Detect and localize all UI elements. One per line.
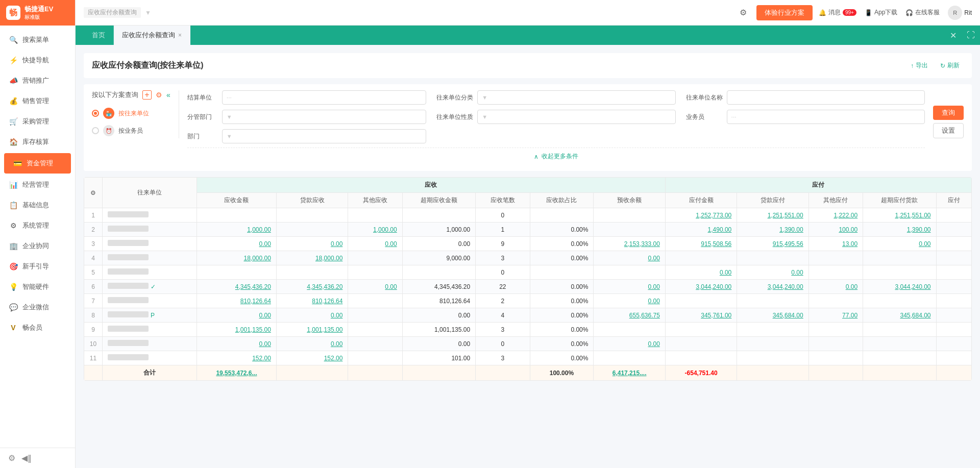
sidebar-item-operations[interactable]: 📊 经营管理 bbox=[0, 175, 75, 195]
table-cell[interactable]: 0.00 bbox=[276, 308, 348, 323]
table-cell[interactable]: 0.00 bbox=[594, 337, 665, 351]
table-cell[interactable]: 0.00 bbox=[665, 265, 737, 280]
sidebar-item-marketing[interactable]: 📣 营销推广 bbox=[0, 70, 75, 91]
sidebar-item-sales[interactable]: 💰 销售管理 bbox=[0, 91, 75, 111]
sidebar-item-purchase[interactable]: 🛒 采购管理 bbox=[0, 111, 75, 132]
table-cell[interactable]: 1,001,135.00 bbox=[197, 323, 277, 337]
collapse-scheme-btn[interactable]: « bbox=[166, 91, 170, 99]
table-cell[interactable]: 3,044,240.00 bbox=[665, 280, 737, 294]
sidebar-item-system[interactable]: ⚙ 系统管理 bbox=[0, 215, 75, 236]
table-cell[interactable]: 1,252,773.00 bbox=[665, 208, 737, 223]
table-cell[interactable]: 18,000.00 bbox=[197, 251, 277, 265]
table-cell[interactable]: 0.00 bbox=[197, 308, 277, 323]
sidebar-item-enterprise[interactable]: 🏢 企业协同 bbox=[0, 236, 75, 256]
user-area[interactable]: R Rit bbox=[948, 6, 972, 20]
table-cell[interactable]: 3,044,240.00 bbox=[863, 280, 936, 294]
sidebar-item-quick-nav[interactable]: ⚡ 快捷导航 bbox=[0, 50, 75, 70]
table-cell[interactable]: 18,000.00 bbox=[276, 251, 348, 265]
sidebar-item-search-menu[interactable]: 🔍 搜索菜单 bbox=[0, 30, 75, 50]
table-cell[interactable]: 810,126.64 bbox=[276, 294, 348, 308]
setting-button[interactable]: 设置 bbox=[933, 123, 964, 138]
table-cell[interactable]: 1,490.00 bbox=[665, 223, 737, 237]
table-cell[interactable]: 345,684.00 bbox=[863, 308, 936, 323]
table-cell[interactable]: 4,345,436.20 bbox=[197, 280, 277, 294]
more-conditions-btn[interactable]: ∧ 收起更多条件 bbox=[187, 147, 925, 165]
sidebar-item-wechat[interactable]: 💬 企业微信 bbox=[0, 297, 75, 317]
table-cell[interactable]: 1,251,551.00 bbox=[737, 208, 808, 223]
dept-input[interactable]: ▼ bbox=[222, 129, 426, 143]
table-cell[interactable]: 915,508.56 bbox=[665, 237, 737, 251]
sidebar-item-basic-info[interactable]: 📋 基础信息 bbox=[0, 195, 75, 215]
tab-home[interactable]: 首页 bbox=[84, 26, 114, 45]
app-download-btn[interactable]: 📱 App下载 bbox=[865, 8, 897, 17]
dept-manager-input[interactable]: ▼ bbox=[222, 110, 426, 124]
sidebar-item-guide[interactable]: 🎯 新手引导 bbox=[0, 256, 75, 277]
table-cell[interactable]: 0.00 bbox=[863, 237, 936, 251]
table-cell[interactable]: 345,684.00 bbox=[737, 308, 808, 323]
table-cell[interactable]: 4,345,436.20 bbox=[276, 280, 348, 294]
scheme-label-partner[interactable]: 按往来单位 bbox=[118, 109, 149, 118]
salesperson-input[interactable]: ··· bbox=[727, 110, 925, 124]
sidebar-item-funds[interactable]: 💳 资金管理 bbox=[4, 153, 71, 174]
table-cell[interactable]: 1,222.00 bbox=[808, 208, 863, 223]
table-cell[interactable]: 100.00 bbox=[808, 223, 863, 237]
settings-icon[interactable]: ⚙ bbox=[8, 453, 15, 463]
partner-category-input[interactable]: ▼ bbox=[477, 90, 675, 105]
table-cell[interactable]: 1,000.00 bbox=[348, 223, 402, 237]
scheme-radio-partner[interactable] bbox=[92, 110, 99, 117]
partner-name-input[interactable] bbox=[727, 90, 925, 105]
sidebar-item-inventory[interactable]: 🏠 库存核算 bbox=[0, 132, 75, 152]
table-cell[interactable]: 0.00 bbox=[276, 237, 348, 251]
scheme-label-staff[interactable]: 按业务员 bbox=[118, 127, 143, 135]
tab-close-icon[interactable]: × bbox=[178, 32, 182, 39]
tab-expand-btn[interactable]: ⛶ bbox=[962, 31, 980, 40]
table-cell[interactable]: 1,000.00 bbox=[197, 223, 277, 237]
table-cell[interactable]: 0.00 bbox=[348, 237, 402, 251]
scheme-radio-staff[interactable] bbox=[92, 127, 99, 134]
table-cell[interactable]: 0.00 bbox=[197, 337, 277, 351]
gear-button[interactable]: ⚙ bbox=[736, 6, 750, 20]
table-cell bbox=[808, 294, 863, 308]
table-cell[interactable]: 0.00 bbox=[594, 251, 665, 265]
table-cell[interactable]: 1,390.00 bbox=[863, 223, 936, 237]
table-cell[interactable]: 0.00 bbox=[594, 280, 665, 294]
table-cell[interactable]: 152.00 bbox=[197, 351, 277, 365]
table-cell[interactable]: 152.00 bbox=[276, 351, 348, 365]
edit-scheme-btn[interactable]: ⚙ bbox=[156, 91, 162, 99]
table-cell[interactable]: 3,044,240.00 bbox=[737, 280, 808, 294]
table-cell[interactable]: 655,636.75 bbox=[594, 308, 665, 323]
table-cell[interactable]: 1,390.00 bbox=[737, 223, 808, 237]
export-btn[interactable]: ↑ 导出 bbox=[906, 59, 932, 72]
total-ar-amount[interactable]: 19,553,472,6... bbox=[197, 365, 277, 381]
table-cell[interactable]: 0.00 bbox=[594, 294, 665, 308]
user-name[interactable]: Rit bbox=[964, 9, 972, 16]
table-cell[interactable]: 0.00 bbox=[276, 337, 348, 351]
collapse-icon[interactable]: ◀‖ bbox=[21, 453, 32, 463]
table-cell[interactable]: 0.00 bbox=[348, 280, 402, 294]
message-btn[interactable]: 🔔 消息 99+ bbox=[819, 8, 856, 17]
trial-button[interactable]: 体验行业方案 bbox=[756, 5, 813, 20]
add-scheme-btn[interactable]: + bbox=[142, 90, 152, 100]
table-cell[interactable]: 0.00 bbox=[197, 237, 277, 251]
tab-ar-ap[interactable]: 应收应付余额查询 × bbox=[114, 26, 190, 45]
settlement-unit-input[interactable]: ··· bbox=[222, 90, 426, 105]
tab-close-btn[interactable]: ✕ bbox=[945, 31, 962, 40]
sidebar-item-member[interactable]: V 畅会员 bbox=[0, 317, 75, 338]
table-cell[interactable]: 2,153,333.00 bbox=[594, 237, 665, 251]
table-cell[interactable]: 1,251,551.00 bbox=[863, 208, 936, 223]
table-cell[interactable]: 345,761.00 bbox=[665, 308, 737, 323]
table-cell[interactable]: 77.00 bbox=[808, 308, 863, 323]
table-cell[interactable]: 810,126.64 bbox=[197, 294, 277, 308]
total-ar-prepay[interactable]: 6,417,215.... bbox=[594, 365, 665, 381]
refresh-btn[interactable]: ↻ 刷新 bbox=[936, 59, 964, 72]
table-cell[interactable]: 0.00 bbox=[737, 265, 808, 280]
table-settings-icon[interactable]: ⚙ bbox=[84, 178, 103, 208]
table-cell[interactable]: 0.00 bbox=[808, 280, 863, 294]
partner-nature-input[interactable]: ▼ bbox=[477, 110, 675, 124]
table-cell[interactable]: 1,001,135.00 bbox=[276, 323, 348, 337]
online-service-btn[interactable]: 🎧 在线客服 bbox=[905, 8, 940, 17]
query-button[interactable]: 查询 bbox=[933, 106, 964, 120]
table-cell[interactable]: 915,495.56 bbox=[737, 237, 808, 251]
table-cell[interactable]: 13.00 bbox=[808, 237, 863, 251]
sidebar-item-hardware[interactable]: 💡 智能硬件 bbox=[0, 277, 75, 297]
